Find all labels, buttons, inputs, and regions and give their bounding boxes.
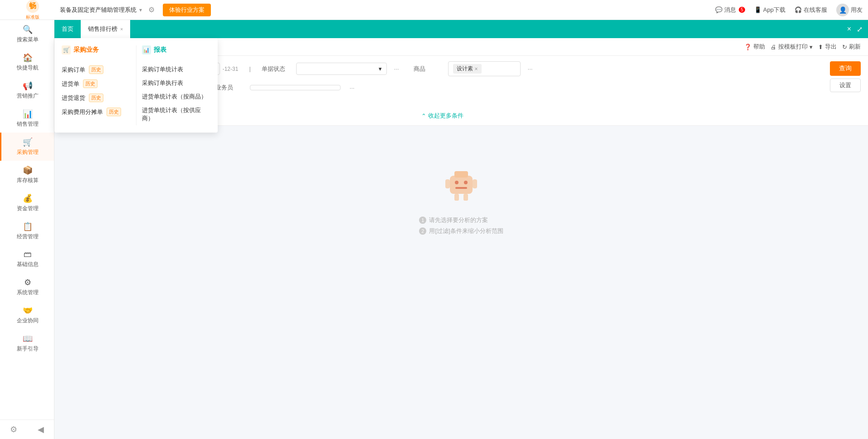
goods-tag-text: 设计素 [457,65,473,73]
svg-rect-2 [450,176,473,194]
history-badge-1: 历史 [89,65,103,74]
dropdown-col1-title: 🛒 采购业务 [62,45,131,57]
purchase-order-label: 采购订单 [62,66,85,74]
print-label: 按模板打印 [778,43,808,51]
svg-text:畅: 畅 [29,2,36,10]
dropdown-item-purchase-order-exec[interactable]: 采购订单执行表 [142,76,211,90]
print-icon: 🖨 [770,44,776,50]
sidebar-item-guide[interactable]: 📖 新手引导 [0,329,54,357]
user-avatar: 👤 [836,4,849,16]
sidebar-item-sales[interactable]: 📊 销售管理 [0,104,54,133]
goods-tag-close[interactable]: × [475,66,478,72]
sidebar-collapse-icon[interactable]: ◀ [38,424,44,434]
sidebar-item-basic[interactable]: 🗃 基础信息 [0,245,54,273]
filter-more-4: ··· [350,84,355,91]
tab-home[interactable]: 首页 [54,20,81,38]
filter-more-1: ··· [394,65,399,72]
sidebar-bottom: ⚙ ◀ [0,419,54,439]
dropdown-item-purchase-order-stat[interactable]: 采购订单统计表 [142,63,211,76]
svg-rect-3 [454,171,468,178]
empty-tip-1: 1 请先选择要分析的方案 [419,215,503,226]
dropdown-item-expense[interactable]: 采购费用分摊单 历史 [62,105,131,119]
help-icon: ❓ [744,44,751,50]
settings-button[interactable]: 设置 [830,79,861,92]
voucher-status-label: 单据状态 [262,65,289,73]
history-badge-3: 历史 [89,94,103,102]
print-btn[interactable]: 🖨 按模板打印 ▾ [770,43,813,51]
dropdown-col2-title: 📊 报表 [142,45,211,57]
online-service-label: 在线客服 [804,6,827,14]
sidebar-item-purchase[interactable]: 🛒 采购管理 [0,133,54,161]
goods-label: 商品 [414,65,441,73]
dropdown-col-purchase: 🛒 采购业务 采购订单 历史 进货单 历史 进货退货 历史 采购费用分摊单 历史 [62,45,131,125]
basic-icon: 🗃 [24,250,32,259]
tab-resize-icon[interactable]: ⤢ [857,25,863,34]
inbound-stat-supplier-label: 进货单统计表（按供应商） [142,106,211,123]
sidebar-label-purchase: 采购管理 [17,148,39,156]
empty-state: 1 请先选择要分析的方案 2 用[过滤]条件来缩小分析范围 [54,126,868,273]
app-download-action[interactable]: 📱 App下载 [754,6,785,14]
voucher-status-select[interactable]: ▾ [296,63,387,75]
dropdown-item-inbound-stat-supplier[interactable]: 进货单统计表（按供应商） [142,104,211,125]
user-action[interactable]: 👤 用友 [836,4,863,16]
sidebar-item-inventory[interactable]: 📦 库存核算 [0,161,54,189]
tab-sales-rank[interactable]: 销售排行榜 × [81,20,130,38]
sidebar-item-system[interactable]: ⚙ 系统管理 [0,273,54,301]
purchase-col-icon: 🛒 [62,45,71,54]
message-label: 消息 [724,6,736,14]
system-settings-icon[interactable]: ⚙ [148,5,155,14]
dropdown-item-inbound[interactable]: 进货单 历史 [62,77,131,91]
sidebar-label-inventory: 库存核算 [17,177,39,184]
app-download-label: App下载 [763,6,785,14]
dropdown-item-return[interactable]: 进货退货 历史 [62,91,131,105]
dropdown-item-purchase-order[interactable]: 采购订单 历史 [62,63,131,77]
sidebar-item-marketing[interactable]: 📢 营销推广 [0,76,54,104]
industry-btn[interactable]: 体验行业方案 [163,4,211,16]
marketing-icon: 📢 [23,81,33,91]
message-action[interactable]: 💬 消息 5 [715,6,745,14]
system-icon: ⚙ [24,277,31,287]
purchase-icon: 🛒 [23,137,33,147]
dropdown-item-inbound-stat-goods[interactable]: 进货单统计表（按商品） [142,90,211,104]
svg-rect-10 [463,194,468,201]
help-btn[interactable]: ❓ 帮助 [744,43,765,51]
home-icon: 🏠 [23,53,33,63]
user-label: 用友 [851,6,863,14]
col1-title-text: 采购业务 [73,46,99,54]
refresh-label: 刷新 [849,43,861,51]
headset-icon: 🎧 [795,6,802,13]
tab-close-window-icon[interactable]: × [847,25,851,33]
logo-icon: 畅 [25,0,40,14]
tab-sales-rank-label: 销售排行榜 [88,25,117,33]
report-col-icon: 📊 [142,45,151,54]
sidebar-item-operation[interactable]: 📋 经营管理 [0,217,54,245]
sidebar-label-search: 搜索菜单 [17,36,39,44]
operation-icon: 📋 [23,222,33,232]
return-label: 进货退货 [62,94,85,102]
tab-close-icon[interactable]: × [120,26,123,32]
history-badge-4: 历史 [107,108,121,116]
refresh-btn[interactable]: ↻ 刷新 [842,43,861,51]
date-value: -12-31 [223,66,239,72]
export-icon: ⬆ [818,44,823,50]
sidebar-item-finance[interactable]: 💰 资金管理 [0,189,54,217]
print-arrow-icon: ▾ [809,44,813,50]
query-button[interactable]: 查询 [830,61,861,76]
sidebar-item-search[interactable]: 🔍 搜索菜单 [0,20,54,48]
sidebar-settings-icon[interactable]: ⚙ [10,424,17,434]
sidebar-label-marketing: 营销推广 [17,92,39,100]
sidebar-item-cooperation[interactable]: 🤝 企业协同 [0,301,54,329]
empty-tip-2: 2 用[过滤]条件来缩小分析范围 [419,226,503,237]
system-dropdown-arrow[interactable]: ▾ [139,7,142,13]
goods-input[interactable]: 设计素 × [448,61,521,76]
collapse-btn[interactable]: ⌃ 收起更多条件 [421,112,463,120]
online-service-action[interactable]: 🎧 在线客服 [795,6,827,14]
collapse-up-icon: ⌃ [421,113,426,119]
sidebar-item-nav[interactable]: 🏠 快捷导航 [0,48,54,76]
sidebar-label-sales: 销售管理 [17,120,39,128]
export-btn[interactable]: ⬆ 导出 [818,43,837,51]
sidebar-label-guide: 新手引导 [17,345,39,353]
salesperson-select[interactable] [250,85,341,90]
sidebar-label-system: 系统管理 [17,289,39,296]
help-label: 帮助 [753,43,765,51]
